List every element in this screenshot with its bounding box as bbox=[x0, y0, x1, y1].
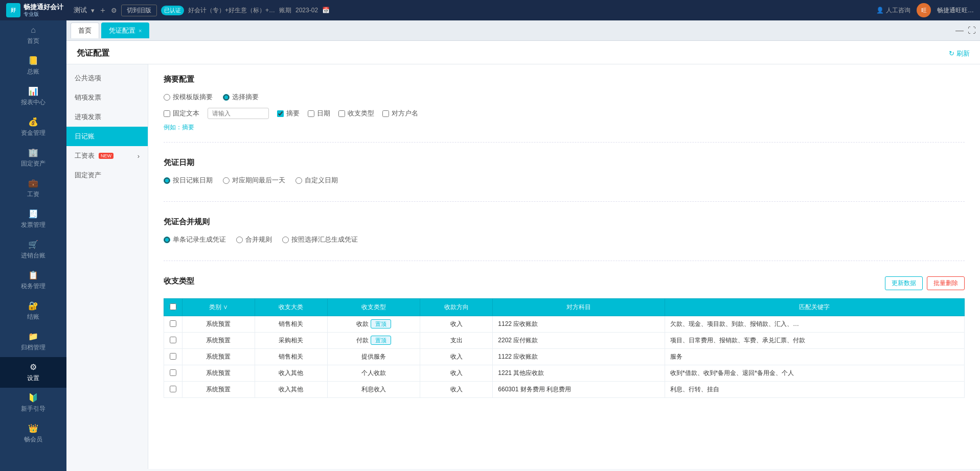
reports-icon: 📊 bbox=[28, 86, 38, 96]
tab-minimize-button[interactable]: — bbox=[955, 26, 964, 35]
td-keywords-3: 服务 bbox=[665, 349, 964, 365]
td-keywords-5: 利息、行转、挂自 bbox=[665, 382, 964, 398]
sidebar-item-home[interactable]: ⌂ 首页 bbox=[0, 20, 66, 51]
switch-version-button[interactable]: 切到旧版 bbox=[121, 5, 157, 16]
radio-diary-date-input[interactable] bbox=[164, 177, 170, 184]
select-all-checkbox[interactable] bbox=[170, 303, 176, 310]
checkbox-counterpart-name-input[interactable] bbox=[382, 110, 389, 117]
sidebar-item-assets[interactable]: 🏢 固定资产 bbox=[0, 143, 66, 173]
row-checkbox-1[interactable] bbox=[170, 320, 176, 327]
logo-line2: 专业版 bbox=[24, 11, 63, 17]
batch-delete-button[interactable]: 批量删除 bbox=[927, 276, 965, 290]
sidebar-item-guide[interactable]: 🔰 新手引导 bbox=[0, 388, 66, 418]
checkbox-fixed-text[interactable]: 固定文本 bbox=[164, 109, 199, 118]
home-icon: ⌂ bbox=[31, 26, 36, 35]
config-layout: 公共选项 销项发票 进项发票 日记账 工资表 NEW bbox=[66, 64, 980, 469]
sidebar-item-closing[interactable]: 🔐 结账 bbox=[0, 296, 66, 326]
sidebar-item-tax[interactable]: 📋 税务管理 bbox=[0, 265, 66, 296]
content-area: 首页 凭证配置 × — ⛶ 凭证配置 ↻ 刷新 bbox=[66, 20, 980, 471]
row-checkbox-5[interactable] bbox=[170, 386, 176, 392]
page-content: 凭证配置 ↻ 刷新 公共选项 销项发票 bbox=[66, 41, 980, 471]
radio-single-record[interactable]: 单条记录生成凭证 bbox=[164, 235, 226, 244]
sidebar-label-salary: 工资 bbox=[27, 190, 39, 199]
config-menu-public[interactable]: 公共选项 bbox=[66, 68, 148, 88]
checkbox-date-input[interactable] bbox=[308, 110, 314, 117]
checkbox-date-label: 日期 bbox=[317, 109, 330, 118]
calendar-icon[interactable]: 📅 bbox=[322, 7, 330, 14]
radio-single-record-input[interactable] bbox=[164, 237, 170, 243]
ledger-icon: 📒 bbox=[28, 56, 38, 65]
checkbox-summary-input[interactable] bbox=[277, 110, 284, 117]
checkbox-date[interactable]: 日期 bbox=[308, 109, 330, 118]
company-dropdown[interactable]: ▾ bbox=[91, 7, 95, 14]
pin-tag-2[interactable]: 置顶 bbox=[371, 336, 391, 345]
config-menu-sales-invoice[interactable]: 销项发票 bbox=[66, 88, 148, 107]
member-icon: 👑 bbox=[28, 423, 38, 433]
checkbox-income-type[interactable]: 收支类型 bbox=[338, 109, 374, 118]
service-button[interactable]: 👤 人工咨询 bbox=[876, 6, 910, 15]
refresh-button[interactable]: ↻ 刷新 bbox=[949, 49, 970, 58]
checkbox-counterpart-name[interactable]: 对方户名 bbox=[382, 109, 418, 118]
company-name: 测试 bbox=[74, 6, 87, 15]
radio-custom-date[interactable]: 自定义日期 bbox=[295, 176, 338, 185]
sidebar-item-funds[interactable]: 💰 资金管理 bbox=[0, 112, 66, 143]
add-button[interactable]: ＋ bbox=[99, 5, 107, 16]
tab-close-icon[interactable]: × bbox=[139, 28, 142, 34]
config-menu-purchase-invoice[interactable]: 进项发票 bbox=[66, 107, 148, 127]
sidebar-item-reports[interactable]: 📊 报表中心 bbox=[0, 81, 66, 112]
td-type-4: 个人收款 bbox=[327, 365, 420, 382]
sidebar-item-salary[interactable]: 💼 工资 bbox=[0, 173, 66, 204]
gear-icon[interactable]: ⚙ bbox=[111, 7, 117, 14]
th-select-all[interactable] bbox=[164, 299, 183, 316]
sidebar-item-purchase[interactable]: 🛒 进销台账 bbox=[0, 234, 66, 265]
fixed-text-input[interactable] bbox=[208, 108, 269, 119]
radio-merge-rule[interactable]: 合并规则 bbox=[236, 235, 272, 244]
top-bar-center: 测试 ▾ ＋ ⚙ 切到旧版 已认证 好会计（专）+好生意（标）+… 账期 202… bbox=[63, 5, 876, 16]
tab-voucher-config[interactable]: 凭证配置 × bbox=[101, 22, 149, 38]
td-direction-1: 收入 bbox=[420, 316, 493, 333]
checkbox-summary[interactable]: 摘要 bbox=[277, 109, 300, 118]
radio-select[interactable]: 选择摘要 bbox=[223, 92, 259, 102]
tab-home[interactable]: 首页 bbox=[71, 22, 99, 38]
th-major: 收支大类 bbox=[255, 299, 327, 316]
row-checkbox-4[interactable] bbox=[170, 369, 176, 376]
checkbox-income-type-input[interactable] bbox=[338, 110, 345, 117]
checkbox-fixed-text-input[interactable] bbox=[164, 110, 170, 117]
radio-template[interactable]: 按模板版摘要 bbox=[164, 92, 213, 102]
sidebar-item-invoices[interactable]: 🧾 发票管理 bbox=[0, 204, 66, 234]
config-menu-payroll-label: 工资表 bbox=[75, 151, 95, 160]
radio-template-input[interactable] bbox=[164, 94, 170, 101]
sidebar-item-settings[interactable]: ⚙ 设置 bbox=[0, 357, 66, 388]
radio-select-input[interactable] bbox=[223, 94, 230, 101]
tab-expand-button[interactable]: ⛶ bbox=[968, 26, 976, 35]
income-expense-section: 收支类型 更新数据 批量删除 bbox=[164, 276, 965, 398]
sidebar-item-archive[interactable]: 📁 归档管理 bbox=[0, 326, 66, 357]
radio-summary-generate-input[interactable] bbox=[282, 237, 289, 243]
salary-icon: 💼 bbox=[28, 178, 38, 188]
update-data-button[interactable]: 更新数据 bbox=[885, 276, 923, 290]
td-type-2: 付款 置顶 bbox=[327, 333, 420, 349]
checkbox-income-type-label: 收支类型 bbox=[348, 109, 374, 118]
radio-diary-date[interactable]: 按日记账日期 bbox=[164, 176, 213, 185]
th-account: 对方科目 bbox=[493, 299, 665, 316]
date-radio-group: 按日记账日期 对应期间最后一天 自定义日期 bbox=[164, 176, 965, 185]
sidebar-item-ledger[interactable]: 📒 总账 bbox=[0, 51, 66, 81]
sidebar-item-member[interactable]: 👑 畅会员 bbox=[0, 418, 66, 449]
row-checkbox-3[interactable] bbox=[170, 353, 176, 360]
td-type-3: 提供服务 bbox=[327, 349, 420, 365]
date-section-title: 凭证日期 bbox=[164, 158, 965, 168]
radio-summary-generate[interactable]: 按照选择汇总生成凭证 bbox=[282, 235, 358, 244]
td-major-3: 销售相关 bbox=[255, 349, 327, 365]
pin-tag-1[interactable]: 置顶 bbox=[371, 319, 391, 328]
radio-last-day[interactable]: 对应期间最后一天 bbox=[223, 176, 285, 185]
config-menu-fixed-assets[interactable]: 固定资产 bbox=[66, 166, 148, 185]
config-menu-diary[interactable]: 日记账 bbox=[66, 127, 148, 146]
merge-section-title: 凭证合并规则 bbox=[164, 217, 965, 227]
radio-custom-date-input[interactable] bbox=[295, 177, 302, 184]
radio-merge-rule-input[interactable] bbox=[236, 237, 243, 243]
row-checkbox-2[interactable] bbox=[170, 337, 176, 343]
config-menu-payroll[interactable]: 工资表 NEW › bbox=[66, 146, 148, 166]
username[interactable]: 畅捷通旺旺… bbox=[937, 6, 974, 15]
sidebar-label-member: 畅会员 bbox=[24, 435, 42, 444]
radio-last-day-input[interactable] bbox=[223, 177, 230, 184]
